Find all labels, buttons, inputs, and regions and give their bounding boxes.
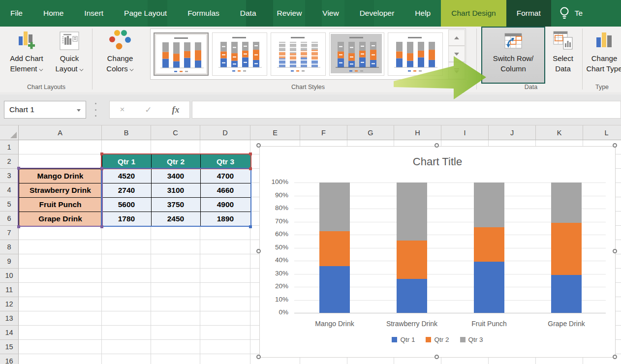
cell-C3[interactable]: 3400 <box>151 169 200 183</box>
bar-segment-qtr-1[interactable] <box>474 262 504 313</box>
tab-review[interactable]: Review <box>267 0 312 27</box>
chart-resize-handle[interactable] <box>256 143 261 148</box>
select-data-button[interactable]: Select Data <box>546 29 580 82</box>
gallery-scroll-up-button[interactable] <box>448 30 465 46</box>
bar-segment-qtr-3[interactable] <box>474 182 504 227</box>
col-header-G[interactable]: G <box>347 125 394 140</box>
switch-row-column-button[interactable]: Switch Row/ Column <box>482 28 544 83</box>
cell-A6[interactable]: Grape Drink <box>19 212 102 226</box>
formula-bar-splitter[interactable] <box>95 103 97 117</box>
row-header-8[interactable]: 8 <box>0 240 19 254</box>
chart-resize-handle[interactable] <box>435 355 439 359</box>
row-header-1[interactable]: 1 <box>0 140 19 154</box>
bar-segment-qtr-1[interactable] <box>319 266 350 313</box>
tab-developer[interactable]: Developer <box>349 0 405 27</box>
legend-item-qtr-3[interactable]: Qtr 3 <box>460 336 483 343</box>
cell-C4[interactable]: 3100 <box>151 183 200 197</box>
range-handle[interactable] <box>249 225 252 228</box>
range-handle[interactable] <box>249 167 252 170</box>
col-header-L[interactable]: L <box>583 125 621 140</box>
range-handle[interactable] <box>100 152 103 155</box>
chart-style-thumbnail-3[interactable] <box>271 32 326 76</box>
row-header-16[interactable]: 16 <box>0 354 19 364</box>
cell-C5[interactable]: 3750 <box>151 197 200 212</box>
col-header-B[interactable]: B <box>102 125 151 140</box>
chart-style-thumbnail-2[interactable] <box>212 32 267 76</box>
bar-segment-qtr-2[interactable] <box>474 227 504 262</box>
bar-segment-qtr-2[interactable] <box>397 241 427 279</box>
col-header-A[interactable]: A <box>19 125 102 140</box>
bar-segment-qtr-3[interactable] <box>319 182 350 231</box>
row-header-13[interactable]: 13 <box>0 311 19 326</box>
add-chart-element-button[interactable]: Add Chart Element <box>4 29 49 82</box>
insert-function-icon[interactable]: fx <box>172 105 180 115</box>
cell-B4[interactable]: 2740 <box>102 183 151 197</box>
row-header-10[interactable]: 10 <box>0 269 19 283</box>
cell-D3[interactable]: 4700 <box>200 169 250 183</box>
cell-B5[interactable]: 5600 <box>102 197 151 212</box>
tab-page-layout[interactable]: Page Layout <box>114 0 177 27</box>
cell-A5[interactable]: Fruit Punch <box>19 197 102 212</box>
row-header-2[interactable]: 2 <box>0 154 19 169</box>
name-box[interactable]: Chart 1 <box>4 101 86 119</box>
tab-chart-design[interactable]: Chart Design <box>441 0 506 27</box>
tab-insert[interactable]: Insert <box>74 0 114 27</box>
tab-data[interactable]: Data <box>230 0 267 27</box>
cell-C6[interactable]: 2450 <box>151 212 200 226</box>
row-header-6[interactable]: 6 <box>0 212 19 226</box>
range-handle[interactable] <box>17 225 20 228</box>
chart-resize-handle[interactable] <box>613 355 617 359</box>
tab-formulas[interactable]: Formulas <box>177 0 230 27</box>
row-header-9[interactable]: 9 <box>0 254 19 269</box>
select-all-button[interactable] <box>0 125 19 140</box>
legend-item-qtr-1[interactable]: Qtr 1 <box>392 336 415 343</box>
cell-B3[interactable]: 4520 <box>102 169 151 183</box>
chart-resize-handle[interactable] <box>256 249 261 253</box>
cell-A3[interactable]: Mango Drink <box>19 169 102 183</box>
cell-D6[interactable]: 1890 <box>200 212 250 226</box>
cell-D2[interactable]: Qtr 3 <box>200 154 250 169</box>
bar-segment-qtr-1[interactable] <box>397 279 427 313</box>
tab-help[interactable]: Help <box>404 0 441 27</box>
change-colors-button[interactable]: Change Colors <box>96 29 144 82</box>
cancel-icon[interactable]: × <box>120 105 124 115</box>
tab-home[interactable]: Home <box>33 0 74 27</box>
range-handle[interactable] <box>249 152 252 155</box>
col-header-E[interactable]: E <box>250 125 300 140</box>
bar-segment-qtr-2[interactable] <box>551 223 582 275</box>
chart-resize-handle[interactable] <box>435 143 439 148</box>
cell-B6[interactable]: 1780 <box>102 212 151 226</box>
chart-resize-handle[interactable] <box>613 249 617 253</box>
chart-title[interactable]: Chart Title <box>260 155 615 168</box>
chart-object[interactable]: Chart Title 0%10%20%30%40%50%60%70%80%90… <box>259 146 616 358</box>
tab-file[interactable]: File <box>0 0 33 27</box>
cell-D4[interactable]: 4660 <box>200 183 250 197</box>
row-header-14[interactable]: 14 <box>0 326 19 340</box>
dropdown-caret-icon[interactable] <box>77 109 81 112</box>
tell-me-search[interactable]: Te <box>551 0 583 27</box>
row-header-3[interactable]: 3 <box>0 169 19 183</box>
cell-D5[interactable]: 4900 <box>200 197 250 212</box>
row-header-4[interactable]: 4 <box>0 183 19 197</box>
col-header-K[interactable]: K <box>536 125 583 140</box>
col-header-C[interactable]: C <box>151 125 200 140</box>
row-header-5[interactable]: 5 <box>0 197 19 212</box>
row-header-11[interactable]: 11 <box>0 283 19 297</box>
row-header-7[interactable]: 7 <box>0 226 19 240</box>
chart-style-thumbnail-1[interactable] <box>154 32 209 76</box>
chart-legend[interactable]: Qtr 1Qtr 2Qtr 3 <box>260 336 615 343</box>
chart-style-thumbnail-4[interactable] <box>329 32 384 76</box>
enter-icon[interactable]: ✓ <box>145 105 152 115</box>
row-header-12[interactable]: 12 <box>0 297 19 311</box>
formula-input[interactable] <box>192 101 621 119</box>
chart-style-thumbnail-5[interactable] <box>388 32 443 76</box>
col-header-H[interactable]: H <box>394 125 441 140</box>
range-handle[interactable] <box>100 225 103 228</box>
gallery-scroll-down-button[interactable] <box>448 46 465 62</box>
chart-resize-handle[interactable] <box>256 355 261 359</box>
bar-segment-qtr-3[interactable] <box>397 182 427 241</box>
bar-segment-qtr-3[interactable] <box>551 182 582 223</box>
cell-C2[interactable]: Qtr 2 <box>151 154 200 169</box>
bar-segment-qtr-1[interactable] <box>551 275 582 313</box>
gallery-more-button[interactable] <box>448 62 465 79</box>
